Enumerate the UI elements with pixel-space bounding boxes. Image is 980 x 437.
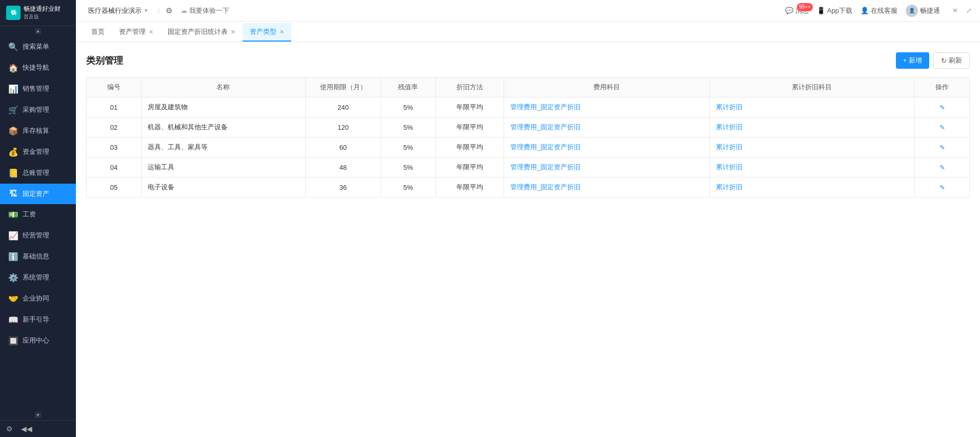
cell-action[interactable]: ✎ (915, 177, 970, 197)
sidebar-item-operations[interactable]: 📈 经营管理 (0, 225, 76, 246)
app-download-item[interactable]: 📱 App下载 (817, 6, 852, 15)
cell-accumulated: 累计折旧 (709, 177, 914, 197)
sidebar-item-quick-nav[interactable]: 🏠 快捷导航 (0, 57, 76, 78)
operations-icon: 📈 (8, 231, 18, 241)
sidebar-item-label: 销售管理 (23, 84, 49, 93)
tab-asset-type-close[interactable]: ✕ (279, 29, 284, 35)
table-row: 05 电子设备 36 5% 年限平均 管理费用_固定资产折旧 累计折旧 ✎ (87, 177, 970, 197)
cell-method: 年限平均 (435, 137, 504, 157)
sidebar-item-guide[interactable]: 📖 新手引导 (0, 309, 76, 330)
new-button[interactable]: + 新增 (896, 52, 929, 69)
sidebar-item-sales[interactable]: 📊 销售管理 (0, 78, 76, 100)
sidebar-item-search[interactable]: 🔍 搜索菜单 (0, 36, 76, 57)
sidebar: 畅 畅捷通好业财 普及版 ▲ 🔍 搜索菜单 🏠 快捷导航 📊 销售管理 🛒 采购… (0, 0, 76, 437)
cloud-icon: ☁ (181, 7, 187, 14)
sidebar-item-ledger[interactable]: 📒 总账管理 (0, 163, 76, 184)
tab-asset-type[interactable]: 资产类型 ✕ (243, 23, 291, 42)
online-service-item[interactable]: 👤 在线客服 (861, 6, 897, 15)
messages-item[interactable]: 💬 消息 99+ (785, 6, 809, 15)
edit-icon[interactable]: ✎ (939, 144, 945, 151)
guide-icon: 📖 (8, 315, 18, 325)
cell-method: 年限平均 (435, 97, 504, 117)
refresh-button[interactable]: ↻ 刷新 (933, 52, 970, 69)
ledger-icon: 📒 (8, 168, 18, 178)
edit-icon[interactable]: ✎ (939, 184, 945, 191)
cell-residual: 5% (381, 117, 435, 137)
sidebar-scroll-down[interactable]: ▼ (35, 412, 41, 418)
funds-icon: 💰 (8, 147, 18, 157)
cell-accumulated: 累计折旧 (709, 97, 914, 117)
app-selector[interactable]: 医疗器械行业演示 ▾ (84, 4, 152, 17)
table-row: 02 机器、机械和其他生产设备 120 5% 年限平均 管理费用_固定资产折旧 … (87, 117, 970, 137)
sidebar-item-enterprise[interactable]: 🤝 企业协同 (0, 288, 76, 309)
header-right: 💬 消息 99+ 📱 App下载 👤 在线客服 👤 畅捷通 ✕ ⤢ (785, 5, 972, 17)
tab-depreciation-close[interactable]: ✕ (231, 29, 235, 35)
sidebar-item-purchase[interactable]: 🛒 采购管理 (0, 100, 76, 121)
cell-residual: 5% (381, 177, 435, 197)
cell-period: 120 (306, 117, 381, 137)
cell-expense: 管理费用_固定资产折旧 (504, 97, 709, 117)
edit-icon[interactable]: ✎ (939, 104, 945, 111)
sidebar-item-funds[interactable]: 💰 资金管理 (0, 142, 76, 163)
edit-icon[interactable]: ✎ (939, 124, 945, 131)
sidebar-item-label: 基础信息 (23, 252, 49, 261)
table-header: 编号 名称 使用期限（月） 残值率 折旧方法 费用科目 累计折旧科目 操作 (87, 77, 970, 97)
cell-name: 电子设备 (141, 177, 305, 197)
sidebar-item-label: 搜索菜单 (23, 42, 49, 51)
sidebar-scroll-up[interactable]: ▲ (35, 28, 41, 34)
close-panel-icon[interactable]: ✕ (952, 7, 958, 14)
tab-asset-management-close[interactable]: ✕ (149, 29, 153, 35)
tab-depreciation-table[interactable]: 固定资产折旧统计表 ✕ (161, 23, 243, 42)
enterprise-icon: 🤝 (8, 294, 18, 304)
logo-tag: 普及版 (24, 13, 61, 21)
page-header: 类别管理 + 新增 ↻ 刷新 (86, 52, 970, 69)
top-header: 医疗器械行业演示 ▾ | ⚙ ☁ 我要体验一下 💬 消息 99+ 📱 App下载… (76, 0, 980, 22)
download-icon: 📱 (817, 7, 825, 14)
tab-asset-management-label: 资产管理 (119, 27, 146, 36)
user-item[interactable]: 👤 畅捷通 (906, 5, 940, 17)
sidebar-item-label: 企业协同 (23, 294, 49, 303)
page-content: 类别管理 + 新增 ↻ 刷新 编号 名称 使用期限（月） 残值率 折旧方法 费用… (76, 42, 980, 437)
table-body: 01 房屋及建筑物 240 5% 年限平均 管理费用_固定资产折旧 累计折旧 ✎… (87, 97, 970, 197)
sidebar-item-basic-info[interactable]: ℹ️ 基础信息 (0, 246, 76, 267)
service-icon: 👤 (861, 7, 869, 14)
sidebar-item-app-center[interactable]: 🔲 应用中心 (0, 330, 76, 351)
cell-residual: 5% (381, 137, 435, 157)
expand-panel-icon[interactable]: ⤢ (966, 7, 972, 14)
collapse-sidebar-button[interactable]: ◀◀ (21, 425, 32, 433)
cell-id: 02 (87, 117, 142, 137)
tab-depreciation-label: 固定资产折旧统计表 (168, 27, 228, 36)
cell-action[interactable]: ✎ (915, 117, 970, 137)
settings-footer-icon[interactable]: ⚙ (6, 425, 13, 433)
sidebar-item-salary[interactable]: 💵 工资 (0, 204, 76, 225)
experience-button[interactable]: ☁ 我要体验一下 (181, 6, 229, 15)
sidebar-item-fixed-assets[interactable]: 🏗 固定资产 (0, 184, 76, 204)
cell-action[interactable]: ✎ (915, 157, 970, 177)
experience-text: 我要体验一下 (189, 6, 229, 15)
sidebar-item-label: 总账管理 (23, 168, 49, 177)
col-action: 操作 (915, 77, 970, 97)
refresh-icon: ↻ (941, 57, 947, 65)
col-name: 名称 (141, 77, 305, 97)
cell-action[interactable]: ✎ (915, 137, 970, 157)
tab-home[interactable]: 首页 (84, 23, 112, 42)
cell-expense: 管理费用_固定资产折旧 (504, 177, 709, 197)
sidebar-item-inventory[interactable]: 📦 库存核算 (0, 121, 76, 142)
sidebar-item-system[interactable]: ⚙️ 系统管理 (0, 267, 76, 288)
logo-text: 畅捷通好业财 (24, 5, 61, 13)
table-row: 03 器具、工具、家具等 60 5% 年限平均 管理费用_固定资产折旧 累计折旧… (87, 137, 970, 157)
message-badge: 99+ (797, 3, 813, 11)
sidebar-nav: 🔍 搜索菜单 🏠 快捷导航 📊 销售管理 🛒 采购管理 📦 库存核算 💰 资金管… (0, 36, 76, 410)
logo-icon: 畅 (6, 6, 21, 20)
tab-asset-management[interactable]: 资产管理 ✕ (112, 23, 161, 42)
cell-action[interactable]: ✎ (915, 97, 970, 117)
sidebar-item-label: 库存核算 (23, 126, 49, 135)
cell-residual: 5% (381, 157, 435, 177)
col-method: 折旧方法 (435, 77, 504, 97)
cell-expense: 管理费用_固定资产折旧 (504, 157, 709, 177)
edit-icon[interactable]: ✎ (939, 164, 945, 171)
category-table: 编号 名称 使用期限（月） 残值率 折旧方法 费用科目 累计折旧科目 操作 01… (86, 77, 970, 197)
cell-name: 运输工具 (141, 157, 305, 177)
settings-gear-icon[interactable]: ⚙ (166, 6, 172, 15)
message-icon: 💬 (785, 7, 793, 14)
